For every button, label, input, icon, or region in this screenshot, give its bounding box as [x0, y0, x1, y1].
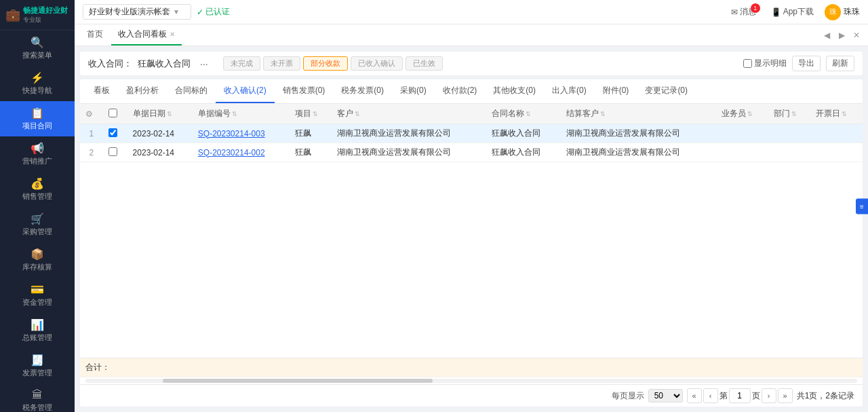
data-table: ⚙单据日期⇅单据编号⇅项目⇅客户⇅合同名称⇅结算客户⇅业务员⇅部门⇅开票日⇅ 1… — [80, 104, 863, 162]
company-selector[interactable]: 好业财专业版演示帐套 ▼ — [83, 4, 191, 20]
side-panel-icon[interactable]: ≡ — [856, 198, 868, 214]
table-row[interactable]: 12023-02-14SQ-20230214-003狂飙湖南卫视商业运营发展有限… — [80, 124, 863, 143]
col-header-5[interactable]: 结算客户⇅ — [561, 104, 716, 124]
cell-1-0: 2023-02-14 — [127, 143, 193, 162]
nav-next-btn[interactable]: ▶ — [835, 29, 848, 41]
tab-close-icon[interactable]: ✕ — [170, 31, 175, 38]
app-download-label: App下载 — [783, 6, 814, 18]
tab-home[interactable]: 首页 — [80, 24, 110, 45]
message-btn[interactable]: ✉ 消息 1 — [731, 6, 756, 18]
sub-tab-6[interactable]: 采购(0) — [392, 79, 435, 103]
col-header-7[interactable]: 部门⇅ — [768, 104, 810, 124]
tab-contract-board[interactable]: 收入合同看板 ✕ — [111, 24, 182, 45]
message-badge: 1 — [751, 3, 760, 13]
status-btn-partial[interactable]: 部分收款 — [303, 56, 348, 71]
sidebar: 💼 畅捷通好业财 专业版 🔍搜索菜单⚡快捷导航📋项目合同📢营销推广💰销售管理🛒采… — [0, 0, 75, 412]
avatar: 珠 — [825, 4, 841, 20]
sub-tab-0[interactable]: 看板 — [85, 79, 118, 103]
sidebar-item-销售管理[interactable]: 💰销售管理 — [0, 172, 75, 207]
sidebar-item-总账管理[interactable]: 📊总账管理 — [0, 313, 75, 348]
status-btn-confirmed[interactable]: 已收入确认 — [351, 56, 403, 71]
sidebar-icon-9: 🧾 — [31, 354, 44, 367]
sidebar-label-6: 库存核算 — [22, 262, 52, 272]
show-detail-checkbox[interactable]: 显示明细 — [743, 58, 787, 69]
page-label-pre: 第 — [719, 390, 728, 402]
sum-label: 合计： — [85, 362, 110, 373]
row-checkbox-0[interactable] — [108, 128, 117, 137]
cell-1-1[interactable]: SQ-20230214-002 — [193, 143, 290, 162]
first-page-btn[interactable]: « — [687, 388, 702, 403]
sub-tab-4[interactable]: 销售发票(0) — [275, 79, 334, 103]
cell-0-4: 狂飙收入合同 — [486, 124, 560, 143]
sub-tab-10[interactable]: 附件(0) — [595, 79, 637, 103]
sidebar-item-快捷导航[interactable]: ⚡快捷导航 — [0, 66, 75, 101]
table-row[interactable]: 22023-02-14SQ-20230214-002狂飙湖南卫视商业运营发展有限… — [80, 143, 863, 162]
sidebar-item-资金管理[interactable]: 💳资金管理 — [0, 278, 75, 313]
status-btn-uncompleted[interactable]: 未完成 — [223, 56, 260, 71]
row-checkbox-1[interactable] — [108, 147, 117, 156]
logo-text: 畅捷通好业财 — [23, 5, 68, 16]
row-settings-0: 1 — [80, 124, 103, 143]
col-header-1[interactable]: 单据编号⇅ — [193, 104, 290, 124]
cell-0-0: 2023-02-14 — [127, 124, 193, 143]
status-btn-effective[interactable]: 已生效 — [406, 56, 443, 71]
nav-prev-btn[interactable]: ◀ — [821, 29, 833, 41]
sub-tab-9[interactable]: 出入库(0) — [544, 79, 595, 103]
col-header-6[interactable]: 业务员⇅ — [716, 104, 768, 124]
sub-tab-11[interactable]: 变更记录(0) — [637, 79, 696, 103]
sidebar-item-发票管理[interactable]: 🧾发票管理 — [0, 348, 75, 383]
col-header-0[interactable]: 单据日期⇅ — [127, 104, 193, 124]
table-footer: 合计： — [80, 358, 863, 377]
sidebar-label-0: 搜索菜单 — [22, 50, 52, 60]
sub-tab-5[interactable]: 税务发票(0) — [333, 79, 392, 103]
export-btn[interactable]: 导出 — [792, 56, 821, 71]
sidebar-item-营销推广[interactable]: 📢营销推广 — [0, 136, 75, 172]
sidebar-icon-7: 💳 — [31, 283, 44, 296]
cell-1-3: 湖南卫视商业运营发展有限公司 — [332, 143, 487, 162]
per-page-label: 每页显示 — [612, 390, 644, 402]
scroll-track[interactable] — [85, 379, 857, 383]
sub-tab-3[interactable]: 收入确认(2) — [216, 79, 275, 103]
window-close-btn[interactable]: ✕ — [850, 29, 863, 41]
page-nav: « ‹ 第 页 › » — [687, 388, 793, 403]
topbar-right: ✉ 消息 1 📱 App下载 珠 珠珠 — [731, 4, 860, 20]
more-btn[interactable]: ··· — [196, 57, 212, 71]
sidebar-icon-1: ⚡ — [31, 71, 44, 84]
page-header: 收入合同： 狂飙收入合同 ··· 未完成未开票部分收款已收入确认已生效 显示明细… — [80, 52, 863, 75]
sidebar-item-采购管理[interactable]: 🛒采购管理 — [0, 207, 75, 242]
sidebar-label-7: 资金管理 — [22, 297, 52, 307]
col-header-3[interactable]: 客户⇅ — [332, 104, 487, 124]
sidebar-item-搜索菜单[interactable]: 🔍搜索菜单 — [0, 31, 75, 66]
status-btn-uninvoiced[interactable]: 未开票 — [263, 56, 300, 71]
sidebar-item-库存核算[interactable]: 📦库存核算 — [0, 242, 75, 278]
col-header-2[interactable]: 项目⇅ — [290, 104, 332, 124]
page-number-input[interactable] — [729, 388, 751, 403]
cell-1-2: 狂飙 — [290, 143, 332, 162]
prev-page-btn[interactable]: ‹ — [703, 388, 718, 403]
user-menu[interactable]: 珠 珠珠 — [825, 4, 860, 20]
sub-tab-7[interactable]: 收付款(2) — [435, 79, 486, 103]
page-label-post: 页 — [752, 390, 760, 402]
last-page-btn[interactable]: » — [778, 388, 793, 403]
sidebar-item-项目合同[interactable]: 📋项目合同 — [0, 101, 75, 136]
next-page-btn[interactable]: › — [762, 388, 776, 403]
col-header-8[interactable]: 开票日⇅ — [810, 104, 863, 124]
sidebar-icon-8: 📊 — [31, 318, 44, 331]
sub-tab-2[interactable]: 合同标的 — [167, 79, 216, 103]
sidebar-item-税务管理[interactable]: 🏛税务管理 — [0, 383, 75, 412]
content-area: 收入合同： 狂飙收入合同 ··· 未完成未开票部分收款已收入确认已生效 显示明细… — [75, 46, 868, 412]
select-all-checkbox[interactable] — [108, 109, 117, 117]
table-wrapper[interactable]: ⚙单据日期⇅单据编号⇅项目⇅客户⇅合同名称⇅结算客户⇅业务员⇅部门⇅开票日⇅ 1… — [80, 104, 863, 358]
show-detail-input[interactable] — [743, 59, 752, 68]
sidebar-label-2: 项目合同 — [22, 121, 52, 131]
sub-tab-1[interactable]: 盈利分析 — [118, 79, 167, 103]
company-name: 好业财专业版演示帐套 — [89, 6, 170, 18]
table-settings-icon[interactable]: ⚙ — [85, 109, 93, 119]
scroll-thumb[interactable] — [163, 379, 433, 383]
per-page-select[interactable]: 50 10 20 100 — [648, 389, 683, 402]
cell-0-1[interactable]: SQ-20230214-003 — [193, 124, 290, 143]
col-header-4[interactable]: 合同名称⇅ — [486, 104, 560, 124]
app-download-btn[interactable]: 📱 App下载 — [771, 6, 814, 18]
sub-tab-8[interactable]: 其他收支(0) — [485, 79, 544, 103]
refresh-btn[interactable]: 刷新 — [826, 56, 854, 71]
